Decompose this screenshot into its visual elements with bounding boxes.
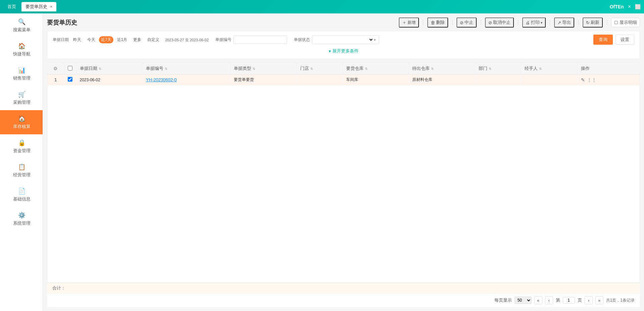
row-checkbox[interactable] <box>68 77 72 82</box>
sidebar-item-label: 系统管理 <box>13 220 31 226</box>
search-icon: 🔍 <box>18 18 25 26</box>
docno-input[interactable] <box>233 36 287 44</box>
query-button[interactable]: 查询 <box>593 35 613 45</box>
table-settings-icon[interactable]: ⚙ <box>53 66 58 71</box>
sort-icon-req-warehouse[interactable]: ⇅ <box>365 67 368 71</box>
stop-button[interactable]: ⊘ 中止 <box>457 17 477 28</box>
chevron-down-icon: ▾ <box>329 49 331 54</box>
docno-filter-group: 单据编号 <box>215 36 287 44</box>
expand-more-btn[interactable]: ▾ 展开更多条件 <box>326 47 361 55</box>
doc-icon: 📄 <box>18 187 25 195</box>
row-store <box>297 75 342 85</box>
last-page-btn[interactable]: » <box>595 296 603 304</box>
table-footer: 合计： <box>47 283 640 293</box>
edit-icon[interactable]: ✎ <box>581 77 585 83</box>
close-tab-icon[interactable]: × <box>50 4 52 9</box>
sidebar-item-inventory[interactable]: 🏠 库存核算 <box>0 110 43 134</box>
status-select-wrapper[interactable]: 待审核 已审核 已中止 ▾ <box>312 35 379 44</box>
print-button[interactable]: 🖨 打印 ▾ <box>522 17 546 28</box>
cancel-stop-button[interactable]: ⊘ 取消中止 <box>485 17 514 28</box>
top-bar-right: OfTEn × ⬜ <box>610 4 641 10</box>
sidebar-item-search-menu[interactable]: 🔍 搜索菜单 <box>0 13 43 38</box>
settings-button[interactable]: 设置 <box>615 35 634 45</box>
divider <box>550 20 550 25</box>
sidebar-item-label: 基础信息 <box>13 196 31 202</box>
date-btn-last-month[interactable]: 近1月 <box>115 36 130 44</box>
table-container: ⚙ 单据日期 ⇅ 单据编号 <box>47 62 640 283</box>
pagination-bar: 每页显示 20 50 100 200 « ‹ 第 页 › » 共1页，1条记录 <box>47 293 640 307</box>
sidebar-item-operations[interactable]: 📋 经营管理 <box>0 159 43 183</box>
date-btn-today[interactable]: 今天 <box>85 36 98 44</box>
sort-icon-store[interactable]: ⇅ <box>310 67 313 71</box>
refresh-icon: ↻ <box>586 20 590 25</box>
filter-row: 单据日期 昨天 今天 近7天 近1月 更多 自定义 2023-05-27 至 2… <box>53 35 634 45</box>
sidebar-item-basic-info[interactable]: 📄 基础信息 <box>0 183 43 207</box>
status-select[interactable]: 待审核 已审核 已中止 <box>315 37 374 42</box>
col-dept: 部门 ⇅ <box>475 63 521 75</box>
sidebar-item-system[interactable]: ⚙️ 系统管理 <box>0 207 43 231</box>
window-close-btn[interactable]: × <box>628 4 631 10</box>
sidebar-item-label: 搜索菜单 <box>13 27 31 33</box>
docno-label: 单据编号 <box>215 37 231 43</box>
per-page-select[interactable]: 20 50 100 200 <box>515 297 532 304</box>
sort-icon-pending-warehouse[interactable]: ⇅ <box>431 67 434 71</box>
date-btn-last7[interactable]: 近7天 <box>99 36 113 43</box>
refresh-button[interactable]: ↻ 刷新 <box>583 17 603 28</box>
sidebar-item-sales[interactable]: 📊 销售管理 <box>0 62 43 86</box>
sidebar: 🔍 搜索菜单 🏠 快捷导航 📊 销售管理 🛒 采购管理 🏠 库存核算 🔒 资金管… <box>0 13 43 311</box>
col-check <box>64 63 76 75</box>
divider <box>578 20 579 25</box>
col-action: 操作 <box>577 63 640 75</box>
row-no: 1 <box>47 75 64 85</box>
row-pending-warehouse: 原材料仓库 <box>409 75 475 85</box>
delete-button[interactable]: 🗑 删除 <box>427 17 448 28</box>
new-button[interactable]: ＋ 新增 <box>399 17 419 28</box>
row-check <box>64 75 76 85</box>
divider <box>607 20 607 25</box>
sidebar-item-finance[interactable]: 🔒 资金管理 <box>0 134 43 159</box>
col-req-warehouse: 要货仓库 ⇅ <box>342 63 409 75</box>
table-header-row: ⚙ 单据日期 ⇅ 单据编号 <box>47 63 640 75</box>
tab-home[interactable]: 首页 <box>3 2 20 11</box>
export-icon: ↗ <box>557 20 561 25</box>
sidebar-item-label: 资金管理 <box>13 148 31 154</box>
first-page-btn[interactable]: « <box>534 296 542 304</box>
inventory-icon: 🏠 <box>18 115 25 122</box>
plus-icon: ＋ <box>402 19 407 26</box>
export-button[interactable]: ↗ 导出 <box>554 17 574 28</box>
sidebar-item-purchase[interactable]: 🛒 采购管理 <box>0 86 43 110</box>
tab-requisition-history[interactable]: 要货单历史 × <box>21 2 56 11</box>
select-all-checkbox[interactable] <box>68 66 72 71</box>
sort-icon-doctype[interactable]: ⇅ <box>253 67 255 71</box>
col-handler: 经手人 ⇅ <box>521 63 577 75</box>
row-docno[interactable]: YH-20230602-0 <box>143 75 230 85</box>
divider <box>452 20 452 25</box>
date-btn-custom[interactable]: 自定义 <box>145 36 162 44</box>
date-btn-yesterday[interactable]: 昨天 <box>71 36 84 44</box>
page-input[interactable] <box>563 297 575 304</box>
window-maximize-btn[interactable]: ⬜ <box>635 4 641 9</box>
row-req-warehouse: 车间库 <box>342 75 409 85</box>
docno-link[interactable]: YH-20230602-0 <box>146 77 177 82</box>
sidebar-item-label: 经营管理 <box>13 172 31 178</box>
sort-icon-docno[interactable]: ⇅ <box>165 67 167 71</box>
cancel-stop-icon: ⊘ <box>488 20 492 25</box>
next-page-btn[interactable]: › <box>585 296 593 304</box>
prev-page-btn[interactable]: ‹ <box>545 296 553 304</box>
top-bar-logo: OfTEn <box>610 4 624 9</box>
sort-icon-handler[interactable]: ⇅ <box>539 67 542 71</box>
per-page-label: 每页显示 <box>494 297 512 303</box>
sort-icon-date[interactable]: ⇅ <box>99 67 101 71</box>
sidebar-item-quick-nav[interactable]: 🏠 快捷导航 <box>0 38 43 62</box>
date-filter-label: 单据日期 <box>53 37 69 43</box>
main-layout: 🔍 搜索菜单 🏠 快捷导航 📊 销售管理 🛒 采购管理 🏠 库存核算 🔒 资金管… <box>0 13 644 311</box>
col-docno: 单据编号 ⇅ <box>143 63 230 75</box>
sort-icon-dept[interactable]: ⇅ <box>489 67 491 71</box>
display-detail-btn[interactable]: ☐ 显示明细 <box>611 18 640 27</box>
total-info: 共1页，1条记录 <box>606 298 635 303</box>
divider <box>423 20 423 25</box>
sidebar-item-label: 库存核算 <box>13 124 31 130</box>
more-icon[interactable]: ⋮⋮ <box>587 77 596 83</box>
page-label: 第 <box>556 297 560 303</box>
date-btn-more[interactable]: 更多 <box>131 36 144 44</box>
